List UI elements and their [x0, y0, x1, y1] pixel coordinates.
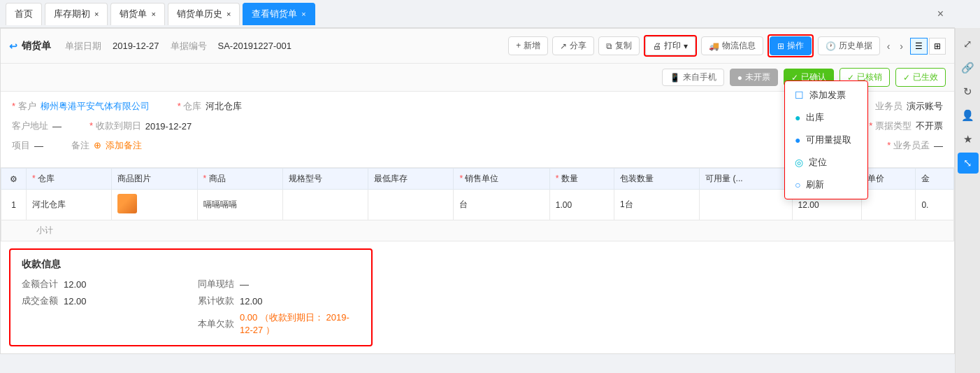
available-icon: ●	[795, 134, 800, 146]
prev-arrow[interactable]: ‹	[884, 38, 893, 55]
date-label: 单据日期	[65, 40, 101, 52]
col-sales-unit: 销售单位	[454, 169, 549, 190]
cumulative-row: 累计收款 12.00	[198, 295, 360, 307]
sidebar-star-btn[interactable]: ★	[958, 129, 979, 150]
due-note-end: ）	[266, 325, 275, 335]
dropdown-location-label: 定位	[809, 156, 827, 169]
same-order-value: —	[240, 279, 249, 290]
history-button[interactable]: 🕐 历史单据	[818, 36, 880, 55]
tab-inventory[interactable]: 库存期初 ×	[45, 3, 108, 25]
link-icon: 🔗	[961, 62, 974, 74]
mobile-btn[interactable]: 📱 来自手机	[662, 69, 724, 86]
dropdown-location[interactable]: ◎ 定位	[785, 151, 867, 174]
list-view-btn[interactable]: ☰	[910, 38, 928, 55]
tab-view-sales-close[interactable]: ×	[301, 10, 305, 18]
same-order-label: 同单现结	[198, 278, 234, 290]
operations-dropdown: ☐ 添加发票 ● 出库 ● 可用量提取 ◎ 定位 ○ 刷新	[784, 80, 868, 199]
cell-image	[112, 190, 197, 220]
payment-date-value: 2019-12-27	[145, 121, 192, 132]
user-icon: 👤	[961, 109, 974, 122]
right-sidebar: ⤢ 🔗 ↻ 👤 ★ ⤡	[955, 28, 980, 354]
star-icon: ★	[963, 133, 972, 146]
doc-actions: + 新增 ↗ 分享 ⧉ 复制 🖨 打印 ▾ 🚚	[508, 34, 946, 57]
tab-inventory-label: 库存期初	[54, 8, 90, 20]
sidebar-link-btn[interactable]: 🔗	[958, 57, 979, 78]
tab-home-label: 首页	[15, 8, 33, 20]
not-open-btn[interactable]: ● 未开票	[730, 69, 778, 86]
cumulative-label: 累计收款	[198, 295, 234, 307]
sales-rep-value: —	[934, 141, 943, 151]
num-label: 单据编号	[171, 40, 207, 52]
operations-highlight-box: ⊞ 操作	[768, 34, 814, 57]
grid-view-btn[interactable]: ⊞	[929, 38, 946, 55]
tab-view-sales[interactable]: 查看销货单 ×	[243, 3, 315, 25]
due-note-text: （收款到期日：	[260, 312, 324, 323]
cell-pack-qty: 1台	[614, 190, 699, 220]
sidebar-user-btn[interactable]: 👤	[958, 105, 979, 126]
sales-rep-label: 业务员孟	[887, 139, 930, 152]
print-button[interactable]: 🖨 打印 ▾	[645, 36, 696, 55]
same-order-row: 同单现结 —	[198, 278, 360, 290]
note-field: 备注 ⊕ 添加备注	[71, 139, 142, 152]
share-button[interactable]: ↗ 分享	[552, 36, 594, 55]
col-min-stock: 最低库存	[368, 169, 454, 190]
new-button[interactable]: + 新增	[508, 36, 547, 55]
bill-type-label: 票据类型	[869, 120, 911, 132]
sidebar-expand-btn[interactable]: ⤢	[958, 34, 979, 55]
tab-view-sales-label: 查看销货单	[252, 8, 297, 20]
next-arrow[interactable]: ›	[897, 38, 906, 55]
dropdown-outbound[interactable]: ● 出库	[785, 106, 867, 129]
project-value: —	[34, 141, 43, 151]
tab-sales[interactable]: 销货单 ×	[110, 3, 164, 25]
tab-inventory-close[interactable]: ×	[94, 10, 99, 18]
due-label: 本单欠款	[198, 318, 234, 330]
warehouse-label: 仓库	[178, 100, 202, 113]
address-label: 客户地址	[12, 120, 48, 132]
dropdown-outbound-label: 出库	[806, 111, 824, 124]
sidebar-refresh-btn[interactable]: ↻	[958, 81, 979, 102]
project-field: 项目 —	[12, 139, 43, 152]
tab-sales-history-close[interactable]: ×	[226, 10, 231, 18]
sales-rep-field: 业务员孟 —	[887, 139, 943, 152]
due-row: 本单欠款 0.00 （收款到期日： 2019-12-27 ）	[198, 311, 360, 337]
fullscreen-icon: ⤡	[963, 157, 972, 169]
cell-min-stock	[368, 190, 454, 220]
refresh-icon: ○	[795, 179, 800, 190]
print-icon: 🖨	[653, 41, 661, 51]
subtotal-row: 小计	[1, 220, 954, 241]
cumulative-value: 12.00	[240, 296, 263, 307]
doc-title-area: ↩ 销货单	[9, 40, 51, 52]
doc-icon: ↩	[9, 41, 17, 52]
expand-icon: ⤢	[963, 38, 972, 50]
effective-btn[interactable]: ✓ 已生效	[895, 68, 946, 87]
col-settings[interactable]: ⚙	[1, 169, 27, 190]
sidebar-fullscreen-btn[interactable]: ⤡	[958, 153, 979, 174]
dropdown-refresh[interactable]: ○ 刷新	[785, 174, 867, 196]
history-icon: 🕐	[826, 41, 836, 51]
refresh-icon: ↻	[963, 85, 972, 98]
note-plus-icon: ⊕	[94, 140, 101, 150]
customer-value[interactable]: 柳州粤港平安气体有限公司	[41, 100, 150, 113]
bill-type-value: 不开票	[916, 120, 943, 132]
tab-home[interactable]: 首页	[6, 3, 42, 25]
doc-meta: 单据日期 2019-12-27 单据编号 SA-20191227-001	[65, 40, 508, 52]
due-value: 0.00 （收款到期日： 2019-12-27 ）	[240, 311, 360, 337]
tab-sales-label: 销货单	[120, 8, 147, 20]
tab-bar: 首页 库存期初 × 销货单 × 销货单历史 × 查看销货单 × ×	[0, 0, 955, 28]
num-value: SA-20191227-001	[218, 41, 292, 51]
dropdown-available[interactable]: ● 可用量提取	[785, 129, 867, 151]
mobile-icon: 📱	[670, 73, 680, 83]
dropdown-add-invoice[interactable]: ☐ 添加发票	[785, 84, 867, 106]
transaction-row: 成交金额 12.00	[22, 295, 184, 307]
tab-sales-close[interactable]: ×	[151, 10, 155, 18]
not-open-icon: ●	[737, 73, 742, 83]
operations-button[interactable]: ⊞ 操作	[770, 36, 812, 55]
col-image: 商品图片	[112, 169, 197, 190]
cell-amount: 0.	[916, 190, 954, 220]
copy-button[interactable]: ⧉ 复制	[598, 36, 640, 55]
logistics-button[interactable]: 🚚 物流信息	[701, 36, 763, 55]
add-note-btn[interactable]: ⊕ 添加备注	[94, 139, 142, 152]
window-close-button[interactable]: ×	[932, 8, 949, 20]
tab-sales-history[interactable]: 销货单历史 ×	[168, 3, 240, 25]
logistics-icon: 🚚	[709, 41, 719, 51]
